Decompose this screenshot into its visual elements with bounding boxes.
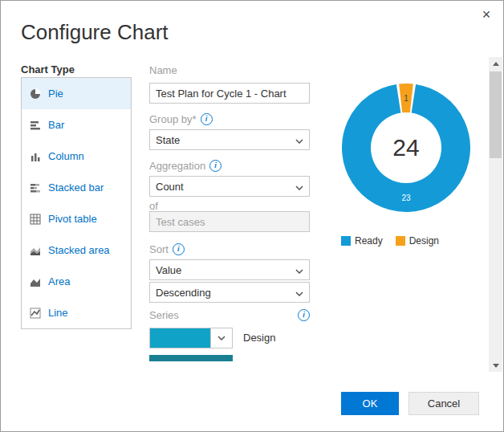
pivot-table-icon: [30, 214, 41, 225]
chart-type-item-pivot-table[interactable]: Pivot table: [22, 203, 131, 234]
sort-label-row: Sort: [149, 243, 185, 255]
aggregation-label-row: Aggregation: [149, 160, 222, 172]
series-label-row: Series: [149, 309, 310, 321]
series-label: Series: [149, 309, 179, 321]
chart-type-label: Column: [48, 150, 84, 162]
chevron-down-icon: [295, 181, 303, 193]
series-color-swatch: [150, 328, 210, 348]
chevron-down-icon: [295, 134, 303, 146]
chart-type-item-bar[interactable]: Bar: [22, 109, 131, 141]
chart-type-label: Stacked area: [48, 244, 110, 256]
column-chart-icon: [30, 151, 41, 162]
chevron-down-icon: [295, 287, 303, 299]
configure-chart-dialog: × Configure Chart Chart Type Pie Bar Col…: [0, 0, 504, 432]
group-by-value: State: [156, 134, 180, 146]
sort-field-value: Value: [156, 264, 181, 276]
donut-chart: 123: [338, 79, 474, 216]
line-chart-icon: [30, 308, 41, 319]
name-label: Name: [149, 64, 177, 76]
aggregation-value: Count: [156, 181, 184, 193]
aggregation-dropdown[interactable]: Count: [149, 176, 310, 197]
legend-item-ready: Ready: [341, 235, 383, 247]
donut-slice-label: 1: [404, 94, 408, 103]
chart-type-label: Bar: [48, 119, 64, 131]
group-by-dropdown[interactable]: State: [149, 129, 310, 150]
chart-legend: Ready Design: [341, 235, 452, 247]
info-icon[interactable]: [209, 160, 222, 172]
chevron-down-icon: [210, 328, 232, 348]
stacked-area-icon: [30, 245, 41, 256]
chart-type-item-column[interactable]: Column: [22, 141, 131, 172]
close-icon[interactable]: ×: [478, 6, 495, 23]
vertical-scrollbar[interactable]: [489, 57, 502, 372]
donut-slice-ready: [356, 99, 456, 198]
legend-item-design: Design: [396, 235, 439, 247]
series-color-swatch-partial[interactable]: [149, 355, 233, 361]
scroll-down-arrow-icon[interactable]: [489, 359, 502, 372]
chevron-down-icon: [295, 264, 303, 276]
stacked-bar-icon: [30, 182, 41, 194]
series-name-label: Design: [243, 332, 275, 344]
chart-type-list: Pie Bar Column Stacked bar Pivot table S…: [21, 77, 132, 329]
chart-type-label: Pie: [48, 88, 63, 100]
scroll-up-arrow-icon[interactable]: [489, 57, 502, 70]
legend-swatch-ready: [341, 236, 351, 246]
name-input[interactable]: [149, 83, 310, 104]
legend-label-design: Design: [409, 235, 439, 247]
pie-icon: [30, 88, 41, 100]
of-label: of: [149, 200, 158, 212]
cancel-button[interactable]: Cancel: [408, 392, 479, 415]
chart-type-label: Area: [48, 275, 70, 287]
area-chart-icon: [30, 276, 41, 287]
donut-chart-svg: 123: [338, 79, 474, 216]
group-by-label-row: Group by*: [149, 113, 213, 125]
group-by-label: Group by*: [149, 113, 197, 125]
chart-type-label: Stacked bar: [48, 181, 104, 194]
sort-field-dropdown[interactable]: Value: [149, 259, 310, 280]
legend-label-ready: Ready: [355, 235, 383, 247]
info-icon[interactable]: [298, 309, 310, 321]
donut-slice-label: 23: [401, 194, 411, 202]
chart-type-item-area[interactable]: Area: [22, 266, 131, 297]
ok-button[interactable]: OK: [341, 392, 399, 415]
sort-direction-value: Descending: [156, 287, 211, 299]
sort-label: Sort: [149, 243, 169, 255]
info-icon[interactable]: [201, 113, 213, 125]
of-input: [149, 211, 310, 232]
scrollbar-thumb[interactable]: [490, 71, 502, 158]
aggregation-label: Aggregation: [149, 160, 205, 172]
bar-chart-icon: [30, 120, 41, 131]
info-icon[interactable]: [173, 243, 185, 255]
series-color-dropdown[interactable]: [149, 328, 233, 348]
sort-direction-dropdown[interactable]: Descending: [149, 282, 310, 303]
chart-type-item-line[interactable]: Line: [22, 297, 131, 328]
dialog-title: Configure Chart: [21, 20, 169, 45]
chart-type-item-stacked-area[interactable]: Stacked area: [22, 234, 131, 266]
chart-type-label: Pivot table: [48, 213, 97, 225]
legend-swatch-design: [396, 236, 405, 246]
chart-type-heading: Chart Type: [21, 63, 75, 75]
chart-type-label: Line: [48, 307, 68, 319]
chart-type-item-stacked-bar[interactable]: Stacked bar: [22, 172, 131, 203]
chart-type-item-pie[interactable]: Pie: [22, 78, 131, 109]
